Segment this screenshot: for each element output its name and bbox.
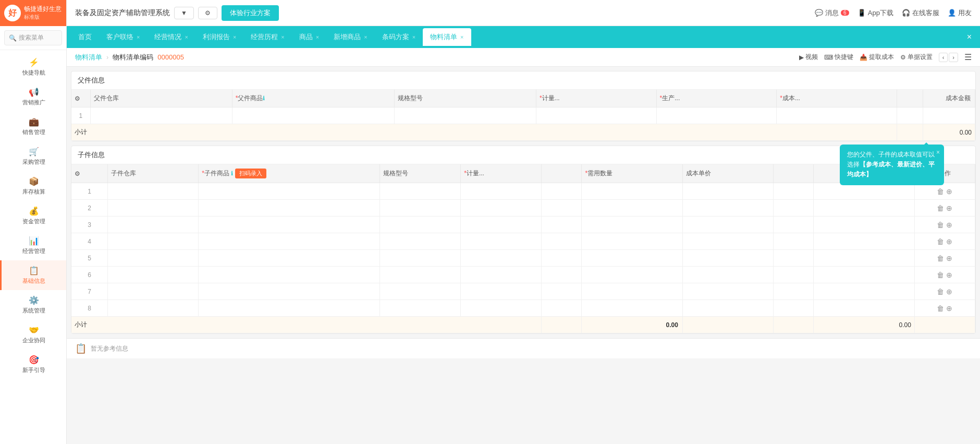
tab-close-barcode[interactable]: × (412, 34, 415, 40)
child-info-icon[interactable]: ℹ (231, 170, 233, 176)
child-row-5-copy-btn[interactable]: ⊕ (946, 254, 952, 262)
sidebar-item-sales[interactable]: 💼 销售管理 (0, 112, 66, 141)
sidebar-item-system[interactable]: ⚙️ 系统管理 (0, 290, 66, 320)
child-row-7-delete-btn[interactable]: 🗑 (937, 287, 944, 296)
bottom-bar: 📋 暂无参考信息 (67, 338, 980, 358)
parent-row-1-spec[interactable] (394, 107, 536, 124)
child-row-3-copy-btn[interactable]: ⊕ (946, 221, 952, 229)
sidebar-item-marketing[interactable]: 📢 营销推广 (0, 82, 66, 112)
tab-close-products[interactable]: × (316, 34, 319, 40)
child-row-4-copy-btn[interactable]: ⊕ (946, 237, 952, 246)
child-row-1-copy-btn[interactable]: ⊕ (946, 187, 952, 196)
parent-col-warehouse: 父件仓库 (90, 90, 232, 107)
tab-close-new-product[interactable]: × (364, 34, 367, 40)
tab-customer[interactable]: 客户联络 × (99, 28, 147, 46)
page-actions: ▶ 视频 ⌨ 快捷键 📥 提取成本 ⚙ 单据设置 ‹ › (799, 52, 972, 62)
nav-prev-btn[interactable]: ‹ (939, 53, 948, 62)
sidebar-item-operations[interactable]: 📊 经营管理 (0, 231, 66, 260)
tab-close-customer[interactable]: × (137, 34, 140, 40)
sidebar-item-inventory[interactable]: 📦 库存核算 (0, 171, 66, 201)
child-row-2-delete-btn[interactable]: 🗑 (937, 204, 944, 212)
message-btn[interactable]: 💬 消息 6 (815, 8, 849, 18)
parent-info-icon[interactable]: ℹ (263, 95, 265, 101)
parent-row-1-product[interactable] (232, 107, 394, 124)
child-row-5-delete-btn[interactable]: 🗑 (937, 254, 944, 262)
tab-history[interactable]: 经营历程 × (243, 28, 291, 46)
child-row-7-copy-btn[interactable]: ⊕ (946, 287, 952, 296)
tab-bar-close-btn[interactable]: × (963, 30, 976, 44)
child-row-8-delete-btn[interactable]: 🗑 (937, 304, 944, 313)
shortcut-action[interactable]: ⌨ 快捷键 (824, 53, 853, 62)
page-header: 物料清单 › 物料清单编码 0000005 ▶ 视频 ⌨ 快捷键 📥 提取成本 (67, 48, 980, 67)
tab-close-operations[interactable]: × (185, 34, 188, 40)
tab-close-profit[interactable]: × (233, 34, 236, 40)
child-col-spacer (542, 164, 582, 183)
sidebar-item-guide[interactable]: 🎯 新手引导 (0, 350, 66, 379)
sidebar-item-collaboration[interactable]: 🤝 企业协同 (0, 320, 66, 350)
sidebar-item-quick-nav[interactable]: ⚡ 快捷导航 (0, 52, 66, 82)
single-settings-action[interactable]: ⚙ 单据设置 (900, 53, 933, 62)
tab-profit[interactable]: 利润报告 × (195, 28, 243, 46)
online-support-btn[interactable]: 🎧 在线客服 (902, 8, 939, 18)
sidebar-item-purchase[interactable]: 🛒 采购管理 (0, 141, 66, 171)
scan-input-btn[interactable]: 扫码录入 (235, 169, 266, 178)
top-header: 装备及固定资产辅助管理系统 ▼ ⚙ 体验行业方案 💬 消息 6 📱 App下载 … (67, 0, 980, 26)
settings-btn[interactable]: ⚙ (198, 7, 217, 19)
search-menu-button[interactable]: 🔍 搜索菜单 (4, 30, 62, 45)
child-row-6: 6 🗑⊕ (71, 267, 975, 283)
child-row-4-delete-btn[interactable]: 🗑 (937, 237, 944, 246)
child-row-1-qty[interactable] (582, 183, 682, 200)
parent-col-production: *生产... (656, 90, 777, 107)
tab-products[interactable]: 商品 × (292, 28, 326, 46)
child-col-unit-cost: 成本单价 (682, 164, 773, 183)
parent-row-1-cost[interactable] (777, 107, 897, 124)
quick-nav-icon: ⚡ (29, 57, 39, 67)
child-row-6-copy-btn[interactable]: ⊕ (946, 271, 952, 279)
child-row-1-sp2 (773, 183, 813, 200)
parent-col-setting: ⚙ (71, 90, 90, 107)
logo-sub: 标准版 (24, 14, 62, 21)
child-row-8-copy-btn[interactable]: ⊕ (946, 304, 952, 313)
child-col-spec: 规格型号 (380, 164, 461, 183)
nav-next-btn[interactable]: › (949, 53, 958, 62)
tab-close-bom[interactable]: × (460, 34, 463, 40)
tab-barcode[interactable]: 条码方案 × (375, 28, 423, 46)
parent-row-1-unit[interactable] (536, 107, 656, 124)
child-row-1-unit-cost[interactable] (682, 183, 773, 200)
parent-section: 父件信息 ⚙ 父件仓库 *父件商品ℹ 规格型号 *计量... *生产... *成… (71, 71, 976, 141)
tab-new-product[interactable]: 新增商品 × (326, 28, 374, 46)
extract-cost-action[interactable]: 📥 提取成本 (860, 53, 894, 62)
parent-subtotal-spacer (897, 124, 923, 141)
user-menu[interactable]: 👤 用友 (948, 8, 972, 18)
sidebar-item-finance[interactable]: 💰 资金管理 (0, 201, 66, 231)
child-row-2: 2 🗑⊕ (71, 200, 975, 217)
tab-operations[interactable]: 经营情况 × (147, 28, 195, 46)
app-download-btn[interactable]: 📱 App下载 (858, 8, 893, 18)
child-row-1-num: 1 (71, 183, 108, 200)
child-row-2-copy-btn[interactable]: ⊕ (946, 204, 952, 212)
parent-row-1: 1 (71, 107, 975, 124)
tooltip-close-btn[interactable]: × (936, 148, 940, 158)
video-action[interactable]: ▶ 视频 (799, 53, 818, 62)
child-row-1-warehouse[interactable] (108, 183, 199, 200)
child-row-1-product[interactable] (199, 183, 380, 200)
bottom-icon: 📋 (75, 343, 87, 354)
breadcrumb: 物料清单 › 物料清单编码 0000005 (75, 53, 184, 62)
tab-home[interactable]: 首页 (71, 28, 99, 46)
sidebar-search: 🔍 搜索菜单 (0, 26, 66, 50)
tab-close-history[interactable]: × (281, 34, 284, 40)
child-row-6-delete-btn[interactable]: 🗑 (937, 271, 944, 279)
child-row-1-delete-btn[interactable]: 🗑 (937, 187, 944, 196)
view-toggle-btn[interactable]: ☰ (964, 52, 972, 62)
sidebar-item-basic-info[interactable]: 📋 基础信息 (0, 260, 66, 290)
parent-row-1-warehouse[interactable] (90, 107, 232, 124)
breadcrumb-parent[interactable]: 物料清单 (75, 53, 102, 62)
tab-bom[interactable]: 物料清单 × (423, 28, 471, 46)
child-row-1-spec[interactable] (380, 183, 461, 200)
child-row-3-delete-btn[interactable]: 🗑 (937, 221, 944, 229)
trial-button[interactable]: 体验行业方案 (222, 5, 279, 21)
dropdown-btn[interactable]: ▼ (174, 7, 194, 19)
main-content: 装备及固定资产辅助管理系统 ▼ ⚙ 体验行业方案 💬 消息 6 📱 App下载 … (67, 0, 980, 444)
child-row-1-unit[interactable] (461, 183, 542, 200)
parent-row-1-production[interactable] (656, 107, 777, 124)
